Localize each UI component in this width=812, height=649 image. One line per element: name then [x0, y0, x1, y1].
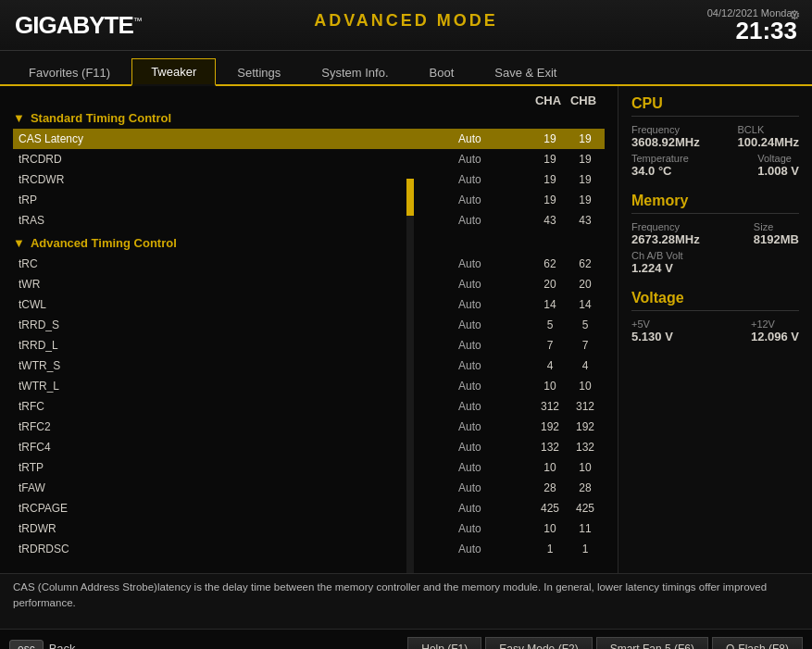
- table-row[interactable]: tRAS Auto 43 43: [13, 210, 605, 231]
- table-row[interactable]: tRDWR Auto 10 11: [13, 518, 605, 539]
- cpu-info-section: CPU Frequency 3608.92MHz BCLK 100.24MHz …: [631, 95, 799, 178]
- tab-boot[interactable]: Boot: [410, 59, 474, 86]
- tab-settings[interactable]: Settings: [218, 59, 300, 86]
- header: GIGABYTE™ ADVANCED MODE 04/12/2021 Monda…: [0, 0, 812, 51]
- standard-timing-table: CAS Latency Auto 19 19 tRCDRD Auto 19 19…: [13, 129, 605, 231]
- table-row[interactable]: tRRD_L Auto 7 7: [13, 335, 605, 356]
- memory-section-title: Memory: [631, 193, 799, 214]
- v12-label: +12V: [751, 318, 799, 330]
- main-content: CHA CHB ▼ Standard Timing Control CAS La…: [0, 86, 812, 573]
- smart-fan-button[interactable]: Smart Fan 5 (F6): [596, 637, 708, 650]
- memory-info-section: Memory Frequency 2673.28MHz Size 8192MB …: [631, 193, 799, 275]
- cha-header: CHA: [531, 94, 566, 107]
- table-row[interactable]: tRCDRD Auto 19 19: [13, 149, 605, 169]
- mem-freq-label: Frequency: [631, 221, 700, 232]
- mem-size-value: 8192MB: [754, 232, 799, 246]
- table-row[interactable]: tRC Auto 62 62: [13, 254, 605, 274]
- mem-chvolt-row: Ch A/B Volt 1.224 V: [631, 250, 799, 275]
- scroll-thumb[interactable]: [406, 179, 414, 216]
- mem-size-label: Size: [754, 221, 799, 232]
- cpu-freq-value: 3608.92MHz: [631, 135, 700, 149]
- cpu-temp-label: Temperature: [631, 153, 689, 164]
- table-row[interactable]: tRP Auto 19 19: [13, 190, 605, 210]
- cpu-bclk-label: BCLK: [738, 124, 799, 135]
- help-button[interactable]: Help (F1): [407, 637, 481, 650]
- scroll-track[interactable]: [406, 179, 414, 573]
- table-row[interactable]: tRFC4 Auto 132 132: [13, 437, 605, 457]
- description-text: CAS (Column Address Strobe)latency is th…: [13, 581, 767, 608]
- arrow-down-icon: ▼: [13, 111, 25, 125]
- volt-values-row: +5V 5.130 V +12V 12.096 V: [631, 318, 799, 343]
- cpu-volt-value: 1.008 V: [757, 164, 799, 178]
- column-headers: CHA CHB: [13, 94, 605, 107]
- arrow-down-icon2: ▼: [13, 236, 25, 250]
- table-row[interactable]: tWR Auto 20 20: [13, 274, 605, 294]
- cpu-freq-label: Frequency: [631, 124, 700, 135]
- table-row[interactable]: tRCDWR Auto 19 19: [13, 169, 605, 190]
- function-buttons: Help (F1) Easy Mode (F2) Smart Fan 5 (F6…: [407, 637, 803, 650]
- tab-tweaker[interactable]: Tweaker: [131, 58, 216, 86]
- gigabyte-logo: GIGABYTE™: [15, 11, 142, 40]
- time-display: 21:33: [707, 19, 797, 43]
- table-row[interactable]: tWTR_L Auto 10 10: [13, 376, 605, 396]
- mem-freq-row: Frequency 2673.28MHz Size 8192MB: [631, 221, 799, 246]
- esc-key-badge: esc: [9, 640, 44, 650]
- tab-favorites[interactable]: Favorites (F11): [9, 59, 130, 86]
- table-row[interactable]: tRTP Auto 10 10: [13, 457, 605, 478]
- cpu-volt-label: Voltage: [757, 153, 799, 164]
- mem-chvolt-value: 1.224 V: [631, 261, 683, 275]
- mode-title: ADVANCED MODE: [314, 11, 498, 31]
- right-panel: CPU Frequency 3608.92MHz BCLK 100.24MHz …: [618, 86, 812, 573]
- cpu-freq-row: Frequency 3608.92MHz BCLK 100.24MHz: [631, 124, 799, 149]
- easy-mode-button[interactable]: Easy Mode (F2): [485, 637, 592, 650]
- standard-timing-section-title: ▼ Standard Timing Control: [13, 111, 605, 125]
- table-row[interactable]: tRRD_S Auto 5 5: [13, 315, 605, 335]
- advanced-timing-section-title: ▼ Advanced Timing Control: [13, 236, 605, 250]
- cpu-section-title: CPU: [631, 95, 799, 117]
- bottom-bar: esc Back Help (F1) Easy Mode (F2) Smart …: [0, 629, 812, 649]
- advanced-timing-table: tRC Auto 62 62 tWR Auto 20 20 tCWL Auto …: [13, 254, 605, 559]
- nav-tabs: Favorites (F11) Tweaker Settings System …: [0, 51, 812, 86]
- chb-header: CHB: [566, 94, 601, 107]
- table-row[interactable]: tRFC Auto 312 312: [13, 396, 605, 417]
- tab-sysinfo[interactable]: System Info.: [302, 59, 407, 86]
- datetime-display: 04/12/2021 Monday 21:33: [707, 7, 797, 43]
- v5-label: +5V: [631, 318, 673, 330]
- qflash-button[interactable]: Q-Flash (F8): [712, 637, 803, 650]
- back-label: Back: [49, 642, 76, 649]
- table-row[interactable]: tWTR_S Auto 4 4: [13, 356, 605, 376]
- mem-chvolt-label: Ch A/B Volt: [631, 250, 683, 261]
- left-panel: CHA CHB ▼ Standard Timing Control CAS La…: [0, 86, 618, 573]
- table-row[interactable]: CAS Latency Auto 19 19: [13, 129, 605, 149]
- voltage-section-title: Voltage: [631, 290, 799, 311]
- tab-saveexit[interactable]: Save & Exit: [475, 59, 576, 86]
- table-row[interactable]: tRDRDSC Auto 1 1: [13, 539, 605, 559]
- table-row[interactable]: tCWL Auto 14 14: [13, 294, 605, 315]
- mem-freq-value: 2673.28MHz: [631, 232, 700, 246]
- cpu-temp-value: 34.0 °C: [631, 164, 689, 178]
- table-row[interactable]: tRFC2 Auto 192 192: [13, 417, 605, 437]
- table-row[interactable]: tRCPAGE Auto 425 425: [13, 498, 605, 518]
- v12-value: 12.096 V: [751, 330, 799, 343]
- settings-gear-icon[interactable]: ⚙: [789, 7, 801, 22]
- voltage-info-section: Voltage +5V 5.130 V +12V 12.096 V: [631, 290, 799, 343]
- v5-value: 5.130 V: [631, 330, 673, 343]
- cpu-bclk-value: 100.24MHz: [738, 135, 799, 149]
- table-row[interactable]: tFAW Auto 28 28: [13, 478, 605, 498]
- cpu-temp-row: Temperature 34.0 °C Voltage 1.008 V: [631, 153, 799, 178]
- esc-back-button[interactable]: esc Back: [9, 640, 76, 650]
- description-bar: CAS (Column Address Strobe)latency is th…: [0, 573, 812, 629]
